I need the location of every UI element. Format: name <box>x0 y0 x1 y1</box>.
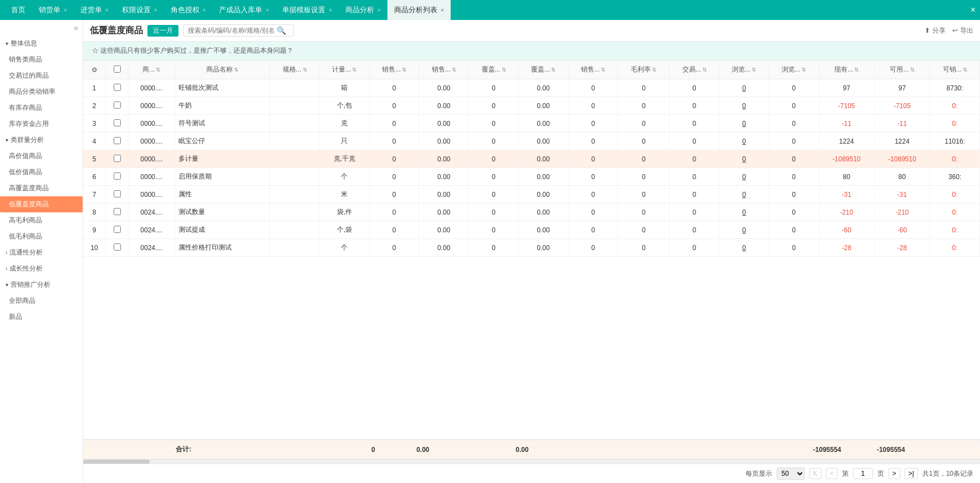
row-checkbox[interactable] <box>106 168 129 186</box>
row-code: 0000.... <box>129 97 175 115</box>
row-browse1[interactable]: 0 <box>719 239 769 257</box>
row-current: -210 <box>819 204 874 221</box>
sidebar-item-low-margin[interactable]: 低毛利商品 <box>0 228 83 245</box>
sidebar-item-new-goods[interactable]: 新品 <box>0 309 83 325</box>
row-browse2: 0 <box>769 79 819 97</box>
nav-tab-product-in[interactable]: 产成品入库单 × <box>212 0 275 20</box>
sidebar-item-all-goods[interactable]: 全部商品 <box>0 293 83 309</box>
export-button[interactable]: ↩ 导出 <box>952 26 973 35</box>
sidebar-section-marketing[interactable]: ▾ 营销推广分析 <box>0 277 83 293</box>
close-icon[interactable]: × <box>377 7 381 13</box>
sidebar-item-stocked-goods[interactable]: 有库存商品 <box>0 100 83 116</box>
row-checkbox[interactable] <box>106 97 129 115</box>
trade-column-header[interactable]: 交易...⇅ <box>670 60 719 79</box>
row-browse1[interactable]: 0 <box>719 221 769 239</box>
sidebar-item-traded-goods[interactable]: 交易过的商品 <box>0 68 83 84</box>
row-checkbox[interactable] <box>106 204 129 221</box>
close-icon[interactable]: × <box>154 7 157 13</box>
spec-column-header[interactable]: 规格...⇅ <box>270 60 320 79</box>
row-checkbox[interactable] <box>106 239 129 257</box>
row-browse2: 0 <box>769 97 819 115</box>
row-browse1[interactable]: 0 <box>719 133 769 150</box>
current-column-header[interactable]: 现有...⇅ <box>819 60 874 79</box>
row-gross-rate: 0 <box>618 204 670 221</box>
select-all-checkbox[interactable] <box>114 65 121 73</box>
browse1-column-header[interactable]: 浏览...⇅ <box>719 60 769 79</box>
sidebar-item-category-rate[interactable]: 商品分类动销率 <box>0 84 83 100</box>
close-icon[interactable]: × <box>203 7 206 13</box>
row-browse1[interactable]: 0 <box>719 186 769 204</box>
share-button[interactable]: ⬆ 分享 <box>925 26 946 35</box>
settings-column-header[interactable]: ⚙ <box>83 60 106 79</box>
unit-column-header[interactable]: 计量...⇅ <box>319 60 369 79</box>
nav-tab-analysis[interactable]: 商品分析 × <box>339 0 387 20</box>
sidebar-collapse-button[interactable]: « <box>0 20 83 35</box>
sidebar-item-high-coverage[interactable]: 高覆盖度商品 <box>0 180 83 196</box>
row-checkbox[interactable] <box>106 133 129 150</box>
close-icon[interactable]: × <box>105 7 109 13</box>
search-input[interactable] <box>188 27 277 34</box>
next-page-button[interactable]: > <box>889 468 900 479</box>
sidebar-item-high-margin[interactable]: 高毛利商品 <box>0 212 83 228</box>
sidebar-item-high-value[interactable]: 高价值商品 <box>0 148 83 164</box>
row-browse2: 0 <box>769 115 819 133</box>
settings-icon[interactable]: ⚙ <box>91 66 98 74</box>
per-page-select[interactable]: 50 100 200 <box>777 467 805 480</box>
nav-tab-role[interactable]: 角色授权 × <box>164 0 213 20</box>
sidebar-section-liquidity[interactable]: › 流通性分析 <box>0 245 83 261</box>
browse2-column-header[interactable]: 浏览...⇅ <box>769 60 819 79</box>
sales-qty-column-header[interactable]: 销售...⇅ <box>369 60 419 79</box>
table-container[interactable]: ⚙ 商...⇅ 商品名称⇅ 规格...⇅ <box>83 60 980 439</box>
horizontal-scrollbar[interactable] <box>83 459 980 464</box>
row-checkbox[interactable] <box>106 115 129 133</box>
nav-tab-home[interactable]: 首页 <box>4 0 32 20</box>
row-trade: 0 <box>670 79 719 97</box>
nav-tab-sales[interactable]: 销货单 × <box>32 0 74 20</box>
row-browse1[interactable]: 0 <box>719 150 769 168</box>
sidebar-item-stock-capital[interactable]: 库存资金占用 <box>0 116 83 132</box>
last-page-button[interactable]: >| <box>905 468 918 479</box>
sales-amt-column-header[interactable]: 销售...⇅ <box>419 60 469 79</box>
close-icon[interactable]: × <box>329 7 332 13</box>
row-sales-qty: 0 <box>369 168 419 186</box>
nav-tab-permission[interactable]: 权限设置 × <box>115 0 164 20</box>
sidebar-section-overall[interactable]: ▾ 整体信息 <box>0 35 83 52</box>
close-icon[interactable]: × <box>441 7 444 13</box>
row-browse1[interactable]: 0 <box>719 115 769 133</box>
row-browse1[interactable]: 0 <box>719 79 769 97</box>
row-checkbox[interactable] <box>106 79 129 97</box>
sales3-column-header[interactable]: 销售...⇅ <box>568 60 618 79</box>
name-column-header[interactable]: 商品名称⇅ <box>175 60 270 79</box>
period-button[interactable]: 近一月 <box>147 25 178 37</box>
cov1-column-header[interactable]: 覆盖...⇅ <box>469 60 519 79</box>
row-browse1[interactable]: 0 <box>719 97 769 115</box>
close-all-button[interactable]: × <box>971 5 976 15</box>
close-icon[interactable]: × <box>64 7 67 13</box>
page-number-input[interactable] <box>853 468 873 479</box>
sidebar-item-sales-goods[interactable]: 销售类商品 <box>0 52 83 68</box>
row-checkbox[interactable] <box>106 221 129 239</box>
row-spec <box>270 150 320 168</box>
no-column-header[interactable]: 商...⇅ <box>129 60 175 79</box>
sellable-column-header[interactable]: 可销...⇅ <box>930 60 980 79</box>
checkbox-column-header[interactable] <box>106 60 129 79</box>
sidebar-item-low-value[interactable]: 低价值商品 <box>0 164 83 180</box>
cov2-column-header[interactable]: 覆盖...⇅ <box>518 60 568 79</box>
sidebar-section-cluster[interactable]: ▾ 类群量分析 <box>0 132 83 148</box>
row-checkbox[interactable] <box>106 150 129 168</box>
gross-rate-column-header[interactable]: 毛利率⇅ <box>618 60 670 79</box>
nav-tab-purchase[interactable]: 进货单 × <box>74 0 115 20</box>
available-column-header[interactable]: 可用...⇅ <box>874 60 930 79</box>
first-page-button[interactable]: K <box>809 468 821 479</box>
row-browse1[interactable]: 0 <box>719 204 769 221</box>
sidebar-section-growth[interactable]: › 成长性分析 <box>0 261 83 277</box>
row-checkbox[interactable] <box>106 186 129 204</box>
prev-page-button[interactable]: < <box>826 468 838 479</box>
search-box[interactable]: 🔍 <box>183 24 294 37</box>
nav-tab-analysis-list[interactable]: 商品分析列表 × <box>387 0 451 20</box>
row-browse1[interactable]: 0 <box>719 168 769 186</box>
row-name: 测试数量 <box>175 204 270 221</box>
close-icon[interactable]: × <box>266 7 269 13</box>
sidebar-item-low-coverage[interactable]: 低覆盖度商品 <box>0 196 83 212</box>
nav-tab-template[interactable]: 单据模板设置 × <box>275 0 339 20</box>
